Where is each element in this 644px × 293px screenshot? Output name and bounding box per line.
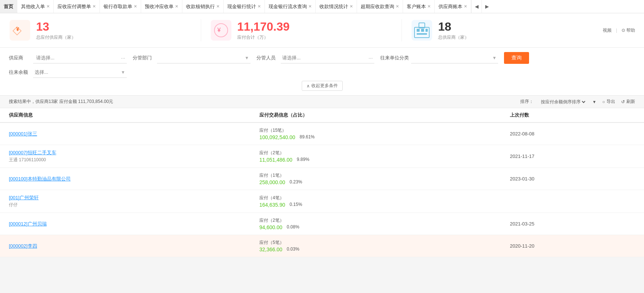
video-link[interactable]: 视频 — [603, 27, 612, 34]
export-label: 导出 — [606, 99, 615, 105]
nav-customer-ledger-close[interactable]: ✕ — [427, 4, 431, 9]
nav-collect-stat[interactable]: 收款情况统计 ✕ — [316, 0, 357, 13]
payable-label: 应付（5笔） — [259, 239, 510, 246]
payable-label: 应付（2笔） — [259, 217, 510, 224]
nav-prepay-close[interactable]: ✕ — [175, 4, 178, 9]
nav-overdue-label: 超期应收款查询 — [361, 3, 394, 10]
nav-cash-bank-stat-close[interactable]: ✕ — [258, 4, 261, 9]
table-row[interactable]: [000001]张三 应付（15笔） 100,092,540.00 89.61%… — [0, 123, 644, 145]
nav-other-income-close[interactable]: ✕ — [46, 4, 50, 9]
nav-overdue-close[interactable]: ✕ — [396, 4, 399, 9]
supplier-sub: 仔仔 — [9, 202, 259, 208]
lastpay-cell: 2023-01-30 — [510, 176, 635, 182]
nav-ar-adjust[interactable]: 应收应付调整单 ✕ — [54, 0, 100, 13]
dept-input-wrapper[interactable]: ▼ — [157, 52, 251, 63]
refresh-icon: ↺ — [621, 99, 625, 104]
supplier-link[interactable]: [001]广州荣轩 — [9, 194, 259, 201]
nav-bank-deposit[interactable]: 银行存取款单 ✕ — [100, 0, 141, 13]
nav-cash-bank-flow-label: 现金银行流水查询 — [269, 3, 307, 10]
supplier-link[interactable]: [000007]恒旺二手叉车 — [9, 149, 259, 156]
payable-amount[interactable]: 32,366.00 — [259, 247, 282, 252]
filter-row-1: 供应商 ··· 分管部门 ▼ 分管人员 ··· 往来单位分类 ▼ — [9, 52, 635, 64]
supplier-link[interactable]: [000001]张三 — [9, 131, 259, 137]
nav-overdue[interactable]: 超期应收款查询 ✕ — [357, 0, 403, 13]
lastpay-cell: 2021-03-25 — [510, 221, 635, 227]
payable-amount[interactable]: 100,092,540.00 — [259, 134, 295, 140]
person-label: 分管人员 — [256, 55, 279, 61]
person-input-wrapper[interactable]: ··· — [281, 52, 374, 63]
stat-payable-total-label: 应付合计（万） — [237, 34, 290, 41]
nav-supplier-ledger[interactable]: 供应商账本 ✕ — [435, 0, 471, 13]
supplier-link[interactable]: [000012]广州贝瑞 — [9, 221, 259, 227]
nav-cash-bank-flow[interactable]: 现金银行流水查询 ✕ — [265, 0, 316, 13]
refresh-button[interactable]: ↺ 刷新 — [621, 99, 635, 105]
payable-amount[interactable]: 94,600.00 — [259, 224, 282, 230]
nav-home-label: 首页 — [4, 3, 13, 10]
supplier-info-cell: [000002]李四 — [9, 243, 259, 249]
nav-supplier-ledger-close[interactable]: ✕ — [464, 4, 467, 9]
lastpay-cell: 2021-11-17 — [510, 154, 635, 159]
nav-ar-adjust-close[interactable]: ✕ — [92, 4, 96, 9]
help-link[interactable]: ⊙ 帮助 — [622, 27, 635, 34]
dept-input[interactable] — [158, 55, 245, 61]
category-input[interactable] — [413, 55, 492, 61]
nav-scroll-left[interactable]: ◀ — [471, 0, 482, 13]
nav-bank-deposit-close[interactable]: ✕ — [134, 4, 137, 9]
last-pay-date: 2022-08-08 — [510, 131, 535, 137]
person-input[interactable] — [282, 55, 368, 61]
svg-rect-10 — [426, 29, 428, 32]
search-button[interactable]: 查询 — [504, 52, 529, 64]
result-bar: 搜索结果中，供应商13家 应付金额 111,703,854.00元 排序： 按应… — [0, 96, 644, 108]
table-row[interactable]: [001]广州荣轩 仔仔 应付（4笔） 164,635.90 0.15% — [0, 190, 644, 213]
col-header-supplier: 供应商信息 — [9, 112, 259, 118]
payable-label: 应付（4笔） — [259, 195, 510, 201]
nav-collect[interactable]: 收款核销执行 ✕ — [182, 0, 224, 13]
table-row[interactable]: [000007]恒旺二手叉车 王通 17106110000 应付（2笔） 11,… — [0, 145, 644, 168]
collapse-label: 收起更多条件 — [311, 83, 338, 89]
filter-row-2: 往来余额 ▼ — [9, 67, 635, 78]
last-pay-date: 2020-11-20 — [510, 243, 535, 249]
dept-chevron-icon[interactable]: ▼ — [245, 55, 249, 61]
refresh-label: 刷新 — [626, 99, 635, 105]
nav-collect-close[interactable]: ✕ — [216, 4, 220, 9]
stat-total-suppliers-label: 总供应商（家） — [438, 34, 469, 41]
nav-home[interactable]: 首页 — [0, 0, 17, 13]
collapse-button[interactable]: ∧ 收起更多条件 — [302, 81, 343, 91]
category-input-wrapper[interactable]: ▼ — [411, 52, 498, 63]
payable-amount[interactable]: 164,635.90 — [259, 202, 285, 208]
stat-payable-total-number: 11,170.39 — [237, 20, 290, 34]
stat-payable-text: 13 总应付供应商（家） — [36, 20, 76, 41]
svg-text:¥: ¥ — [16, 26, 19, 32]
person-dots-icon[interactable]: ··· — [368, 55, 373, 61]
sort-select[interactable]: 按应付余额倒序排序 — [539, 99, 587, 105]
supplier-link[interactable]: [000002]李四 — [9, 243, 259, 249]
nav-prepay[interactable]: 预收冲应收单 ✕ — [141, 0, 182, 13]
help-area: 视频 | ⊙ 帮助 — [603, 27, 635, 34]
nav-scroll-right[interactable]: ▶ — [482, 0, 492, 13]
balance-input-wrapper[interactable]: ▼ — [33, 67, 127, 78]
supplier-input[interactable] — [35, 52, 121, 63]
payable-amount[interactable]: 11,051,486.00 — [259, 157, 293, 163]
supplier-input-wrapper[interactable]: ··· — [33, 52, 127, 63]
supplier-dots-icon[interactable]: ··· — [121, 55, 125, 61]
nav-other-income[interactable]: 其他收入单 ✕ — [17, 0, 54, 13]
payable-cell: 应付（1笔） 258,000.00 0.23% — [259, 172, 510, 185]
nav-collect-stat-close[interactable]: ✕ — [350, 4, 353, 9]
table-row[interactable]: [000002]李四 应付（5笔） 32,366.00 0.03% 2020-1… — [0, 235, 644, 257]
nav-customer-ledger[interactable]: 客户账本 ✕ — [403, 0, 435, 13]
lastpay-cell: 2022-08-08 — [510, 131, 635, 137]
nav-cash-bank-stat[interactable]: 现金银行统计 ✕ — [224, 0, 265, 13]
supplier-link[interactable]: [000100]本特勤油品有限公司 — [9, 176, 259, 182]
stat-payable-total: ¥ 11,170.39 应付合计（万） — [210, 19, 402, 41]
table-row[interactable]: [000100]本特勤油品有限公司 应付（1笔） 258,000.00 0.23… — [0, 168, 644, 190]
stat-payable-suppliers: ◇ ¥ 13 总应付供应商（家） — [9, 19, 201, 41]
category-chevron-icon[interactable]: ▼ — [492, 55, 497, 61]
export-button[interactable]: ○ 导出 — [602, 99, 615, 105]
collapse-up-icon: ∧ — [307, 83, 310, 89]
payable-amount[interactable]: 258,000.00 — [259, 179, 285, 185]
balance-chevron-icon[interactable]: ▼ — [121, 70, 125, 75]
payable-info: 11,051,486.00 9.89% — [259, 156, 510, 163]
nav-cash-bank-flow-close[interactable]: ✕ — [308, 4, 312, 9]
table-row[interactable]: [000012]广州贝瑞 应付（2笔） 94,600.00 0.08% 2021… — [0, 213, 644, 235]
balance-input[interactable] — [35, 69, 121, 75]
